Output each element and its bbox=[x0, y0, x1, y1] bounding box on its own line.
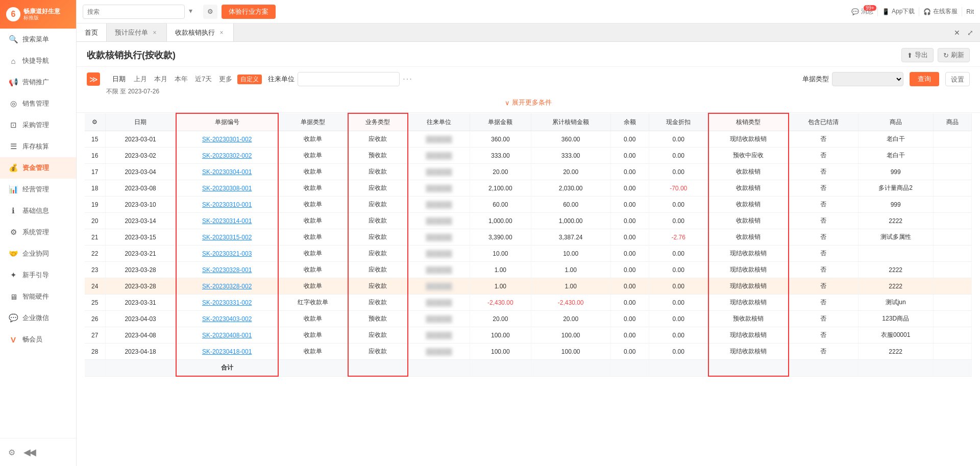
td-amount-13: 100.00 bbox=[470, 344, 531, 360]
th-product2[interactable]: 商品 bbox=[933, 113, 971, 131]
th-discount[interactable]: 现金折扣 bbox=[649, 113, 708, 131]
td-cancel-amount-8: 1.00 bbox=[531, 262, 610, 278]
doc-no-link-13[interactable]: SK-20230418-001 bbox=[202, 348, 252, 355]
doc-no-link-2[interactable]: SK-20230304-001 bbox=[202, 168, 252, 176]
td-product-5: 2222 bbox=[858, 213, 933, 229]
partner-blurred-1: ██████ bbox=[426, 152, 452, 159]
doc-no-link-10[interactable]: SK-20230331-002 bbox=[202, 299, 252, 306]
td-product-4: 999 bbox=[858, 197, 933, 213]
sidebar-item-system[interactable]: ⚙ 系统管理 bbox=[0, 222, 76, 243]
th-partner[interactable]: 往来单位 bbox=[408, 113, 470, 131]
gear-settings-icon[interactable]: ⚙ bbox=[203, 5, 217, 19]
tabbar-actions: ✕ ⤢ bbox=[947, 23, 980, 41]
sidebar-item-operations[interactable]: 📊 经营管理 bbox=[0, 179, 76, 200]
query-button[interactable]: 查询 bbox=[910, 72, 939, 86]
partner-filter-area: 往来单位 ··· bbox=[268, 72, 796, 86]
date-opt-last-7days[interactable]: 近7天 bbox=[193, 73, 214, 85]
online-service-button[interactable]: 🎧 在线客服 bbox=[923, 7, 958, 16]
sidebar-item-enterprise[interactable]: 🤝 企业协同 bbox=[0, 243, 76, 264]
th-doc-no[interactable]: 单据编号 bbox=[176, 113, 278, 131]
tab-expand-icon[interactable]: ⤢ bbox=[965, 27, 976, 38]
search-input[interactable] bbox=[83, 5, 185, 19]
dropdown-chevron-icon[interactable]: ▾ bbox=[189, 7, 199, 17]
sidebar-item-basic[interactable]: ℹ 基础信息 bbox=[0, 200, 76, 222]
doc-no-link-4[interactable]: SK-20230310-001 bbox=[202, 201, 252, 208]
doc-no-link-12[interactable]: SK-20230408-001 bbox=[202, 332, 252, 339]
solution-button[interactable]: 体验行业方案 bbox=[222, 5, 276, 19]
refresh-button[interactable]: ↻ 刷新 bbox=[938, 48, 970, 62]
partner-filter-dots[interactable]: ··· bbox=[403, 75, 412, 84]
date-opt-last-month[interactable]: 上月 bbox=[132, 73, 149, 85]
settings-button[interactable]: 设置 bbox=[945, 72, 970, 86]
td-balance-7: 0.00 bbox=[610, 246, 649, 262]
message-button[interactable]: 💬 消息 99+ bbox=[851, 7, 873, 16]
th-cancel-amount[interactable]: 累计核销金额 bbox=[531, 113, 610, 131]
td-product2-12 bbox=[933, 327, 971, 344]
td-no-7: 22 bbox=[85, 246, 105, 262]
td-doc-type-8: 收款单 bbox=[278, 262, 348, 278]
date-opt-more[interactable]: 更多 bbox=[217, 73, 234, 85]
doc-no-link-1[interactable]: SK-20230302-002 bbox=[202, 152, 252, 159]
td-partner-7: ██████ bbox=[408, 246, 470, 262]
td-doc-no-4: SK-20230310-001 bbox=[176, 197, 278, 213]
th-balance[interactable]: 余额 bbox=[610, 113, 649, 131]
th-product[interactable]: 商品 bbox=[858, 113, 933, 131]
th-biz-type[interactable]: 业务类型 bbox=[348, 113, 408, 131]
doc-no-link-11[interactable]: SK-20230403-002 bbox=[202, 315, 252, 323]
doc-no-link-8[interactable]: SK-20230328-001 bbox=[202, 266, 252, 274]
td-product-0: 老白干 bbox=[858, 131, 933, 148]
tab-collection-cancel-close-icon[interactable]: × bbox=[218, 29, 225, 36]
doc-no-link-0[interactable]: SK-20230301-002 bbox=[202, 136, 252, 143]
td-amount-11: 20.00 bbox=[470, 311, 531, 327]
doc-no-link-6[interactable]: SK-20230315-002 bbox=[202, 234, 252, 241]
td-biz-type-0: 应收款 bbox=[348, 131, 408, 148]
th-cancel-type[interactable]: 核销类型 bbox=[708, 113, 789, 131]
td-doc-type-4: 收款单 bbox=[278, 197, 348, 213]
sidebar-item-guide[interactable]: ✦ 新手引导 bbox=[0, 264, 76, 286]
sidebar-settings-btn[interactable]: ⚙ ◀◀ bbox=[0, 443, 76, 462]
settings-col-icon[interactable]: ⚙ bbox=[92, 118, 97, 126]
td-discount-0: 0.00 bbox=[649, 131, 708, 148]
export-button[interactable]: ⬆ 导出 bbox=[901, 48, 934, 62]
sidebar-item-inventory[interactable]: ☰ 库存核算 bbox=[0, 136, 76, 157]
td-no-4: 19 bbox=[85, 197, 105, 213]
th-amount[interactable]: 单据金额 bbox=[470, 113, 531, 131]
tab-close-all-icon[interactable]: ✕ bbox=[951, 27, 963, 38]
td-doc-no-9: SK-20230328-002 bbox=[176, 278, 278, 295]
doc-no-link-7[interactable]: SK-20230321-003 bbox=[202, 250, 252, 257]
th-date[interactable]: 日期 bbox=[105, 113, 176, 131]
tab-collection-cancel[interactable]: 收款核销执行 × bbox=[167, 23, 234, 41]
partner-filter-input[interactable] bbox=[298, 72, 400, 86]
footer-balance bbox=[610, 360, 649, 377]
sidebar-item-quick-nav[interactable]: ⌂ 快捷导航 bbox=[0, 50, 76, 71]
td-doc-type-5: 收款单 bbox=[278, 213, 348, 229]
date-opt-this-year[interactable]: 本年 bbox=[173, 73, 190, 85]
doc-type-filter-select[interactable] bbox=[832, 72, 903, 86]
doc-no-link-9[interactable]: SK-20230328-002 bbox=[202, 283, 252, 290]
tab-home[interactable]: 首页 bbox=[77, 23, 107, 41]
th-doc-type[interactable]: 单据类型 bbox=[278, 113, 348, 131]
date-opt-this-month[interactable]: 本月 bbox=[152, 73, 169, 85]
sidebar-item-wechat[interactable]: 💬 企业微信 bbox=[0, 307, 76, 329]
sidebar-item-search-menu-label: 搜索菜单 bbox=[22, 35, 49, 44]
tab-pre-payment-close-icon[interactable]: × bbox=[151, 29, 158, 36]
th-include-settled[interactable]: 包含已结清 bbox=[789, 113, 858, 131]
sidebar-item-search-menu[interactable]: 🔍 搜索菜单 bbox=[0, 29, 76, 50]
sidebar-item-member[interactable]: V 畅会员 bbox=[0, 329, 76, 350]
sidebar-item-purchase[interactable]: ⊡ 采购管理 bbox=[0, 114, 76, 136]
table-container: ⚙ 日期 单据编号 单据类型 业务类型 往来单位 单据金额 累计核销金额 余额 … bbox=[77, 113, 980, 466]
filter-toggle-button[interactable]: ≫ bbox=[87, 72, 100, 86]
sidebar-item-finance[interactable]: 💰 资金管理 bbox=[0, 157, 76, 179]
td-product-8: 2222 bbox=[858, 262, 933, 278]
doc-no-link-3[interactable]: SK-20230308-001 bbox=[202, 185, 252, 192]
app-download-button[interactable]: 📱 App下载 bbox=[882, 7, 915, 16]
expand-conditions-button[interactable]: ∨ 展开更多条件 bbox=[505, 98, 552, 107]
doc-no-link-5[interactable]: SK-20230314-001 bbox=[202, 217, 252, 225]
td-doc-type-2: 收款单 bbox=[278, 164, 348, 180]
sidebar-item-sales[interactable]: ◎ 销售管理 bbox=[0, 93, 76, 114]
sidebar-item-marketing[interactable]: 📢 营销推广 bbox=[0, 71, 76, 93]
date-custom-button[interactable]: 自定义 bbox=[237, 75, 262, 84]
user-avatar[interactable]: Rit bbox=[966, 8, 974, 15]
tab-pre-payment[interactable]: 预计应付单 × bbox=[107, 23, 167, 41]
sidebar-item-hardware[interactable]: 🖥 智能硬件 bbox=[0, 286, 76, 307]
